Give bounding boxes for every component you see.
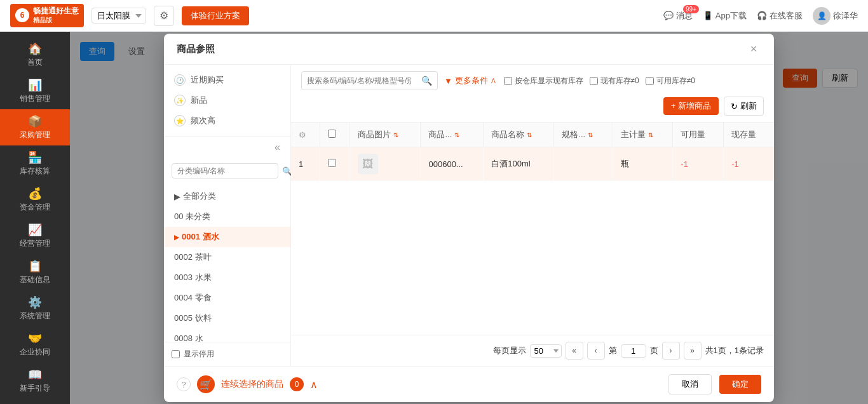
sidebar-item-system[interactable]: ⚙️ 系统管理 — [0, 290, 70, 327]
sidebar-item-enterprise[interactable]: 🤝 企业协同 — [0, 327, 70, 363]
basic-icon: 📋 — [28, 259, 42, 273]
last-page-btn[interactable]: » — [684, 342, 702, 360]
category-alcohol-arrow: ▶ — [174, 234, 179, 241]
category-list: ▶ 全部分类 00 未分类 ▶ 0001 酒水 0002 茶 — [164, 184, 290, 342]
col-stock: 现存量 — [724, 123, 774, 147]
sidebar-item-guide[interactable]: 📖 新手引导 — [0, 363, 70, 399]
message-badge: 99+ — [683, 5, 699, 13]
modal-close-button[interactable]: × — [746, 41, 761, 57]
trial-button[interactable]: 体验行业方案 — [182, 6, 249, 25]
quick-link-new[interactable]: ✨ 新品 — [164, 90, 290, 111]
quick-link-recent[interactable]: 🕐 近期购买 — [164, 70, 290, 90]
refresh-button[interactable]: ↻ 刷新 — [724, 97, 764, 116]
category-item-fruit[interactable]: 0003 水果 — [164, 267, 290, 288]
modal-title: 商品参照 — [177, 43, 215, 55]
cell-checkbox — [320, 147, 350, 181]
sales-icon: 📊 — [28, 78, 42, 92]
finance-icon: 💰 — [28, 187, 42, 201]
category-item-unclassified[interactable]: 00 未分类 — [164, 206, 290, 227]
user-menu[interactable]: 👤 徐泽华 — [813, 7, 858, 25]
search-input[interactable] — [302, 76, 416, 85]
category-all-label: 全部分类 — [183, 191, 216, 202]
nav-dropdown[interactable]: 日太阳膜 — [92, 8, 146, 24]
sidebar-item-operation-label: 经营管理 — [20, 238, 50, 249]
confirm-button[interactable]: 确定 — [719, 375, 761, 394]
filter-label: 更多条件 ∧ — [455, 75, 498, 86]
col-image[interactable]: 商品图片⇅ — [350, 123, 421, 147]
checkbox-stock[interactable]: 现有库存≠0 — [590, 76, 639, 86]
left-panel: 🕐 近期购买 ✨ 新品 ⭐ 频次高 — [164, 65, 291, 366]
next-page-btn[interactable]: › — [662, 342, 680, 360]
sidebar-item-finance[interactable]: 💰 资金管理 — [0, 182, 70, 218]
add-product-button[interactable]: + 新增商品 — [663, 97, 719, 115]
available-checkbox[interactable] — [646, 77, 654, 85]
table-header: ⚙ 商品图片⇅ 商品...⇅ 商品名称⇅ 规格...⇅ 主计量⇅ 可用量 现存 — [291, 123, 774, 147]
available-label: 可用库存≠0 — [656, 76, 695, 86]
category-tea-label: 0002 茶叶 — [174, 252, 212, 263]
cart-icon[interactable]: 🛒 — [197, 375, 215, 393]
category-search-input[interactable] — [172, 163, 278, 178]
product-table: ⚙ 商品图片⇅ 商品...⇅ 商品名称⇅ 规格...⇅ 主计量⇅ 可用量 现存 — [291, 123, 774, 181]
system-icon: ⚙️ — [28, 295, 42, 309]
sidebar-item-basic[interactable]: 📋 基础信息 — [0, 254, 70, 290]
col-checkbox — [320, 123, 350, 147]
product-image: 🖼 — [358, 154, 378, 174]
logo-text: 畅捷通好生意 精品版 — [33, 6, 79, 24]
cell-stock: -1 — [724, 147, 774, 181]
warehouse-checkbox[interactable] — [504, 77, 512, 85]
recent-icon: 🕐 — [174, 74, 186, 86]
col-unit[interactable]: 主计量⇅ — [613, 123, 673, 147]
row-checkbox[interactable] — [328, 159, 336, 167]
category-item-alcohol[interactable]: ▶ 0001 酒水 — [164, 227, 290, 247]
left-panel-collapse-btn[interactable]: « — [269, 139, 285, 156]
quick-link-new-label: 新品 — [191, 95, 207, 106]
quick-links: 🕐 近期购买 ✨ 新品 ⭐ 频次高 — [164, 65, 290, 137]
cell-image: 🖼 — [350, 147, 421, 181]
category-item-drink[interactable]: 0005 饮料 — [164, 308, 290, 328]
content-area: 查询 设置 查询 刷新 商品参照 × — [70, 32, 868, 404]
checkbox-warehouse[interactable]: 按仓库显示现有库存 — [504, 76, 583, 86]
sidebar-item-home-label: 首页 — [27, 57, 43, 68]
col-spec[interactable]: 规格...⇅ — [554, 123, 613, 147]
category-item-all[interactable]: ▶ 全部分类 — [164, 186, 290, 206]
sidebar-item-operation[interactable]: 📈 经营管理 — [0, 218, 70, 254]
stock-checkbox[interactable] — [590, 77, 598, 85]
checkbox-available[interactable]: 可用库存≠0 — [646, 76, 695, 86]
online-service-nav[interactable]: 🎧 在线客服 — [757, 10, 803, 22]
avatar: 👤 — [813, 7, 831, 25]
messages-nav[interactable]: 💬 消息 99+ — [663, 10, 693, 22]
right-panel: 🔍 ▼ 更多条件 ∧ 按仓库显示现有库存 — [291, 65, 774, 366]
sidebar-item-apps[interactable]: 📱 应用中心 — [0, 399, 70, 404]
first-page-btn[interactable]: « — [566, 342, 583, 360]
nav-right: 💬 消息 99+ 📱 App下载 🎧 在线客服 👤 徐泽华 — [663, 7, 858, 25]
footer-collapse-arrow[interactable]: ∧ — [310, 379, 318, 391]
quick-link-frequent-label: 频次高 — [191, 115, 215, 126]
category-item-water[interactable]: 0008 水 — [164, 328, 290, 342]
search-button[interactable]: 🔍 — [416, 76, 437, 86]
unit-sort-icon: ⇅ — [648, 131, 653, 138]
sidebar-item-purchase[interactable]: 📦 采购管理 — [0, 109, 70, 145]
sidebar-item-sales[interactable]: 📊 销售管理 — [0, 73, 70, 109]
table-container: ⚙ 商品图片⇅ 商品...⇅ 商品名称⇅ 规格...⇅ 主计量⇅ 可用量 现存 — [291, 123, 774, 335]
per-page-select[interactable]: 50 10 20 100 — [530, 344, 562, 358]
col-code[interactable]: 商品...⇅ — [421, 123, 484, 147]
settings-icon[interactable]: ⚙ — [154, 6, 174, 26]
table-row[interactable]: 1 🖼 000600... 白酒100ml 瓶 — [291, 147, 774, 181]
filter-button[interactable]: ▼ 更多条件 ∧ — [444, 75, 498, 86]
help-icon[interactable]: ? — [177, 377, 191, 391]
cancel-button[interactable]: 取消 — [668, 374, 712, 394]
category-item-tea[interactable]: 0002 茶叶 — [164, 247, 290, 267]
app-download-nav[interactable]: 📱 App下载 — [703, 10, 747, 22]
col-settings[interactable]: ⚙ — [291, 123, 320, 147]
show-disabled-checkbox[interactable] — [172, 350, 180, 358]
col-name[interactable]: 商品名称⇅ — [484, 123, 554, 147]
sidebar-item-inventory[interactable]: 🏪 库存核算 — [0, 145, 70, 182]
category-item-snack[interactable]: 0004 零食 — [164, 288, 290, 308]
page-number-input[interactable] — [621, 344, 646, 358]
prev-page-btn[interactable]: ‹ — [587, 342, 605, 360]
sidebar-item-sales-label: 销售管理 — [20, 93, 50, 104]
sidebar-item-home[interactable]: 🏠 首页 — [0, 37, 70, 73]
select-all-checkbox[interactable] — [328, 130, 336, 138]
quick-link-frequent[interactable]: ⭐ 频次高 — [164, 111, 290, 131]
cell-spec — [554, 147, 613, 181]
